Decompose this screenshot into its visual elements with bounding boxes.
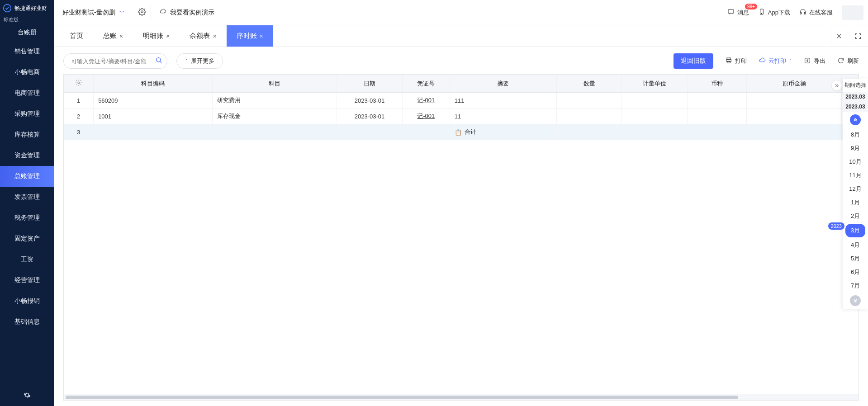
export-icon (804, 57, 811, 66)
refresh-button[interactable]: 刷新 (837, 57, 859, 66)
table-row[interactable]: 1560209研究费用2023-03-01记-001111 (64, 93, 859, 109)
sidebar-item-4[interactable]: 采购管理 (0, 104, 54, 124)
expand-more-button[interactable]: ˅ 展开更多 (176, 53, 223, 69)
period-month[interactable]: 7月 (843, 279, 868, 293)
sidebar-item-2[interactable]: 小畅电商 (0, 62, 54, 83)
col-original-amount[interactable]: 原币金额 (747, 75, 842, 93)
period-collapse-button[interactable]: » (832, 80, 842, 90)
tab-4[interactable]: 序时账× (227, 25, 273, 47)
col-currency[interactable]: 币种 (687, 75, 746, 93)
cell-summary: 111 (450, 93, 556, 109)
period-month[interactable]: 9月 (843, 142, 868, 155)
period-month[interactable]: 10月 (843, 155, 868, 169)
close-icon[interactable]: × (213, 33, 216, 40)
svg-rect-5 (800, 12, 802, 14)
cell-voucher[interactable]: 记-001 (402, 93, 450, 109)
support-button[interactable]: 在线客服 (799, 8, 833, 17)
cell-code: 560209 (94, 93, 213, 109)
app-download-button[interactable]: App下载 (758, 8, 790, 17)
sidebar-item-12[interactable]: 经营管理 (0, 270, 54, 291)
period-month[interactable]: 5月 (843, 252, 868, 265)
sidebar-item-10[interactable]: 固定资产 (0, 228, 54, 249)
cell-voucher[interactable]: 记-001 (402, 109, 450, 124)
sidebar-item-1[interactable]: 销售管理 (0, 41, 54, 62)
period-month[interactable]: 12月 (843, 182, 868, 196)
sidebar-item-7[interactable]: 总账管理 (0, 166, 54, 187)
period-month[interactable]: 2月 (843, 209, 868, 223)
refresh-label: 刷新 (847, 57, 859, 65)
period-month[interactable]: 6月 (843, 265, 868, 279)
search-icon[interactable] (155, 57, 162, 66)
edition-label: 标准版 (0, 16, 54, 25)
sidebar-item-14[interactable]: 基础信息 (0, 312, 54, 332)
period-month[interactable]: 4月 (843, 238, 868, 252)
period-end[interactable]: 2023.03 (843, 102, 868, 112)
export-label: 导出 (814, 57, 825, 65)
search-input[interactable] (71, 58, 155, 65)
sidebar-item-11[interactable]: 工资 (0, 249, 54, 270)
tab-1[interactable]: 总账× (93, 25, 133, 47)
back-old-button[interactable]: 退回旧版 (674, 53, 713, 69)
sidebar-item-6[interactable]: 资金管理 (0, 145, 54, 166)
demo-button[interactable]: 我要看实例演示 (151, 5, 214, 20)
sidebar-item-5[interactable]: 库存核算 (0, 124, 54, 145)
close-all-tabs[interactable] (831, 28, 846, 44)
period-prev-button[interactable] (850, 114, 861, 125)
period-start[interactable]: 2023.03 (843, 92, 868, 102)
sidebar-item-8[interactable]: 发票管理 (0, 187, 54, 208)
col-date[interactable]: 日期 (337, 75, 402, 93)
period-next-button[interactable] (850, 295, 861, 306)
tenant-selector[interactable]: 好业财测试-量勿删 ﹀ (62, 9, 133, 17)
sidebar-item-3[interactable]: 电商管理 (0, 83, 54, 104)
sidebar-header: 畅捷通好业财 (0, 0, 54, 16)
sidebar-settings[interactable] (0, 386, 54, 406)
horizontal-scrollbar[interactable] (64, 394, 859, 400)
close-icon[interactable]: × (119, 33, 123, 40)
row-index: 2 (64, 109, 94, 124)
table-row[interactable]: 21001库存现金2023-03-01记-00111 (64, 109, 859, 124)
col-voucher[interactable]: 凭证号 (402, 75, 450, 93)
close-icon[interactable]: × (260, 33, 263, 40)
sidebar-item-13[interactable]: 小畅报销 (0, 291, 54, 312)
svg-point-7 (157, 58, 161, 62)
cell-amount (747, 93, 842, 109)
close-icon[interactable]: × (166, 33, 170, 40)
period-month[interactable]: 11月 (843, 169, 868, 182)
table-header-row: 科目编码 科目 日期 凭证号 摘要 数量 计量单位 币种 原币金额 (64, 75, 859, 93)
expand-more-label: 展开更多 (191, 57, 214, 65)
period-month[interactable]: 1月 (843, 196, 868, 209)
col-summary[interactable]: 摘要 (450, 75, 556, 93)
cloud-print-icon (759, 57, 766, 66)
sidebar-item-9[interactable]: 税务管理 (0, 208, 54, 228)
cell-unit (622, 93, 687, 109)
svg-point-1 (141, 10, 143, 13)
cell-summary: 11 (450, 109, 556, 124)
ledger-table: 科目编码 科目 日期 凭证号 摘要 数量 计量单位 币种 原币金额 15602 (64, 75, 859, 140)
settings-icon[interactable] (138, 8, 146, 18)
cell-amount (747, 109, 842, 124)
search-box[interactable] (63, 53, 167, 69)
col-qty[interactable]: 数量 (557, 75, 622, 93)
messages-button[interactable]: 消息 99+ (727, 8, 749, 17)
tab-2[interactable]: 明细账× (133, 25, 180, 47)
cell-unit (622, 109, 687, 124)
export-button[interactable]: 导出 (804, 57, 825, 66)
print-button[interactable]: 打印 (725, 57, 747, 66)
toolbar: ˅ 展开更多 退回旧版 打印 云打印 ˅ 导出 (54, 47, 868, 74)
cloud-print-label: 云打印 (768, 57, 786, 65)
period-month[interactable]: 3月 (845, 224, 865, 237)
tab-3[interactable]: 余额表× (180, 25, 226, 47)
col-subject[interactable]: 科目 (212, 75, 337, 93)
col-settings[interactable] (64, 75, 94, 93)
period-month[interactable]: 8月 (843, 128, 868, 142)
avatar[interactable] (842, 5, 863, 20)
fullscreen-button[interactable] (850, 28, 865, 44)
period-panel: 期间选择 2023.03 2023.03 8月9月10月11月12月1月2月3月… (843, 79, 868, 309)
tab-0[interactable]: 首页 (60, 25, 93, 47)
row-index: 1 (64, 93, 94, 109)
chevron-down-icon: ˅ (185, 58, 188, 65)
sidebar-item-0[interactable]: 台账册 (0, 28, 54, 41)
col-code[interactable]: 科目编码 (94, 75, 213, 93)
col-unit[interactable]: 计量单位 (622, 75, 687, 93)
cloud-print-button[interactable]: 云打印 ˅ (759, 57, 792, 66)
